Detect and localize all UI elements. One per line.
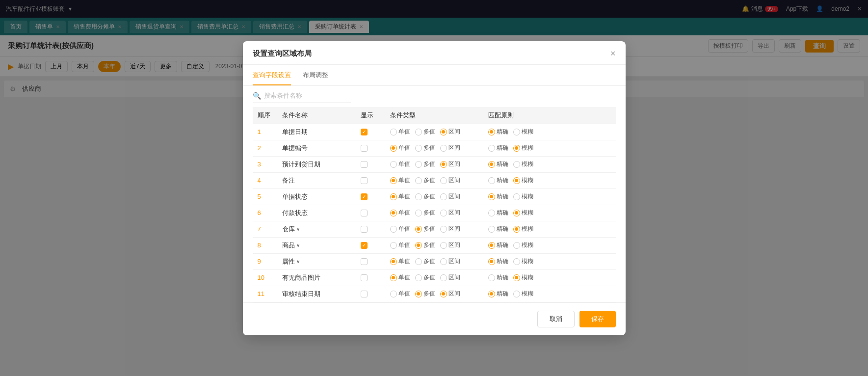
type-radio-range[interactable]: 区间 [440, 273, 460, 282]
modal-tab-query-fields[interactable]: 查询字段设置 [253, 71, 291, 85]
type-radio-multi[interactable]: 多值 [415, 176, 435, 185]
type-radio-single[interactable]: 单值 [390, 128, 410, 136]
radio-circle [440, 145, 447, 152]
type-radio-multi[interactable]: 多值 [415, 225, 435, 233]
row-display-checkbox[interactable] [356, 188, 385, 205]
type-radio-group: 单值多值区间 [390, 257, 478, 266]
checkbox[interactable] [361, 274, 368, 281]
type-radio-range[interactable]: 区间 [440, 290, 460, 298]
row-display-checkbox[interactable] [356, 237, 385, 253]
match-radio-fuzzy[interactable]: 模糊 [513, 144, 533, 152]
type-radio-single[interactable]: 单值 [390, 160, 410, 168]
table-row: 9属性 ∨单值多值区间精确模糊 [253, 253, 616, 269]
type-radio-multi[interactable]: 多值 [415, 209, 435, 217]
match-radio-exact[interactable]: 精确 [488, 257, 508, 266]
radio-circle [415, 177, 422, 184]
type-radio-range[interactable]: 区间 [440, 257, 460, 266]
match-radio-exact[interactable]: 精确 [488, 176, 508, 185]
checkbox[interactable] [361, 193, 368, 200]
radio-label: 区间 [448, 241, 460, 249]
checkbox[interactable] [361, 210, 368, 216]
radio-circle [440, 291, 447, 297]
row-seq: 6 [253, 205, 277, 221]
type-radio-range[interactable]: 区间 [440, 160, 460, 168]
type-radio-multi[interactable]: 多值 [415, 290, 435, 298]
checkbox[interactable] [361, 242, 368, 249]
type-radio-single[interactable]: 单值 [390, 225, 410, 233]
match-radio-exact[interactable]: 精确 [488, 273, 508, 282]
modal-close-button[interactable]: × [610, 49, 616, 58]
match-radio-exact[interactable]: 精确 [488, 290, 508, 298]
match-radio-fuzzy[interactable]: 模糊 [513, 225, 533, 233]
type-radio-range[interactable]: 区间 [440, 209, 460, 217]
radio-circle [488, 242, 495, 249]
row-display-checkbox[interactable] [356, 140, 385, 156]
type-radio-group: 单值多值区间 [390, 290, 478, 298]
match-radio-exact[interactable]: 精确 [488, 192, 508, 201]
type-radio-multi[interactable]: 多值 [415, 273, 435, 282]
checkbox[interactable] [361, 129, 368, 135]
type-radio-single[interactable]: 单值 [390, 241, 410, 249]
match-radio-exact[interactable]: 精确 [488, 241, 508, 249]
type-radio-multi[interactable]: 多值 [415, 192, 435, 201]
row-display-checkbox[interactable] [356, 253, 385, 269]
type-radio-multi[interactable]: 多值 [415, 160, 435, 168]
checkbox[interactable] [361, 177, 368, 184]
cancel-button[interactable]: 取消 [537, 311, 575, 327]
match-radio-exact[interactable]: 精确 [488, 128, 508, 136]
type-radio-single[interactable]: 单值 [390, 176, 410, 185]
type-radio-multi[interactable]: 多值 [415, 241, 435, 249]
type-radio-single[interactable]: 单值 [390, 192, 410, 201]
radio-label: 多值 [423, 128, 435, 136]
match-radio-exact[interactable]: 精确 [488, 209, 508, 217]
type-radio-single[interactable]: 单值 [390, 257, 410, 266]
type-radio-single[interactable]: 单值 [390, 273, 410, 282]
type-radio-multi[interactable]: 多值 [415, 128, 435, 136]
match-radio-fuzzy[interactable]: 模糊 [513, 257, 533, 266]
search-input[interactable] [264, 92, 342, 99]
type-radio-range[interactable]: 区间 [440, 128, 460, 136]
match-radio-fuzzy[interactable]: 模糊 [513, 273, 533, 282]
checkbox[interactable] [361, 258, 368, 265]
radio-circle [415, 242, 422, 249]
type-radio-range[interactable]: 区间 [440, 225, 460, 233]
radio-label: 模糊 [522, 160, 533, 168]
row-display-checkbox[interactable] [356, 172, 385, 188]
type-radio-single[interactable]: 单值 [390, 290, 410, 298]
modal-tab-layout[interactable]: 布局调整 [303, 71, 328, 85]
table-row: 10有无商品图片单值多值区间精确模糊 [253, 269, 616, 286]
row-display-checkbox[interactable] [356, 124, 385, 140]
radio-label: 精确 [497, 192, 508, 201]
match-radio-fuzzy[interactable]: 模糊 [513, 209, 533, 217]
match-radio-fuzzy[interactable]: 模糊 [513, 290, 533, 298]
radio-label: 精确 [497, 144, 508, 152]
row-display-checkbox[interactable] [356, 221, 385, 237]
type-radio-single[interactable]: 单值 [390, 144, 410, 152]
match-radio-exact[interactable]: 精确 [488, 225, 508, 233]
type-radio-range[interactable]: 区间 [440, 192, 460, 201]
match-radio-fuzzy[interactable]: 模糊 [513, 128, 533, 136]
modal-header: 设置查询区域布局 × [243, 41, 626, 65]
checkbox[interactable] [361, 226, 368, 233]
type-radio-range[interactable]: 区间 [440, 176, 460, 185]
row-display-checkbox[interactable] [356, 286, 385, 302]
save-button[interactable]: 保存 [579, 311, 616, 327]
type-radio-multi[interactable]: 多值 [415, 257, 435, 266]
radio-label: 精确 [497, 241, 508, 249]
type-radio-range[interactable]: 区间 [440, 144, 460, 152]
match-radio-exact[interactable]: 精确 [488, 144, 508, 152]
match-radio-exact[interactable]: 精确 [488, 160, 508, 168]
row-display-checkbox[interactable] [356, 205, 385, 221]
match-radio-fuzzy[interactable]: 模糊 [513, 241, 533, 249]
row-display-checkbox[interactable] [356, 156, 385, 172]
match-radio-fuzzy[interactable]: 模糊 [513, 192, 533, 201]
checkbox[interactable] [361, 291, 368, 297]
type-radio-single[interactable]: 单值 [390, 209, 410, 217]
checkbox[interactable] [361, 161, 368, 168]
checkbox[interactable] [361, 145, 368, 152]
type-radio-range[interactable]: 区间 [440, 241, 460, 249]
row-display-checkbox[interactable] [356, 269, 385, 286]
match-radio-fuzzy[interactable]: 模糊 [513, 160, 533, 168]
match-radio-fuzzy[interactable]: 模糊 [513, 176, 533, 185]
type-radio-multi[interactable]: 多值 [415, 144, 435, 152]
